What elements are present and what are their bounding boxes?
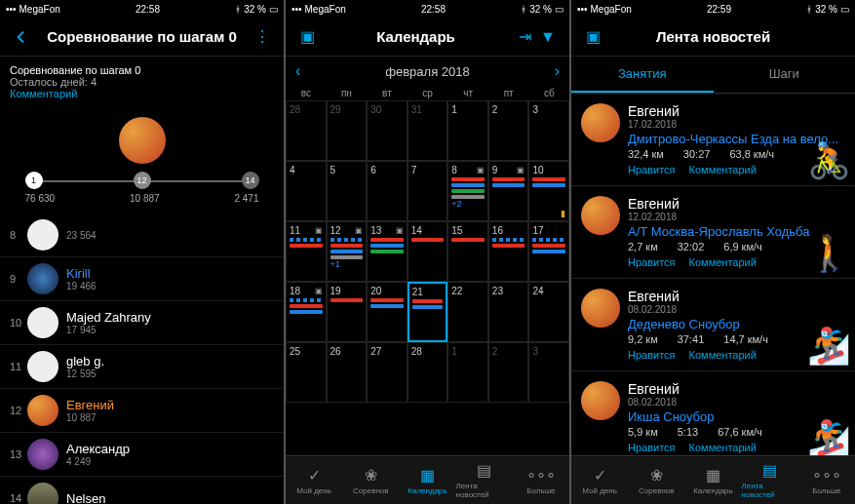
calendar-cell[interactable]: 3 (528, 100, 569, 161)
comment-button[interactable]: Комментарий (689, 256, 757, 268)
calendar-cell[interactable]: 4 (286, 161, 327, 221)
calendar-cell[interactable]: 8▣+2 (447, 161, 488, 221)
tab-label: Лента новостей (742, 482, 798, 499)
comment-link[interactable]: Комментарий (10, 88, 274, 99)
calendar-cell[interactable]: 24 (528, 282, 569, 342)
tab-calendar[interactable]: ▦Календарь (399, 456, 455, 504)
tab-steps[interactable]: Шаги (714, 57, 856, 93)
tab-newsfeed[interactable]: ▤Лента новостей (742, 456, 798, 504)
calendar-cell[interactable]: 15 (447, 221, 488, 282)
calendar-cell[interactable]: 14 (408, 221, 448, 282)
calendar-cell[interactable]: 9▣ (488, 161, 529, 221)
calendar-cell[interactable]: 22 (447, 282, 488, 342)
camera-icon: ▣ (396, 226, 404, 235)
calendar-cell[interactable]: 10▮ (528, 161, 569, 221)
leaderboard-row[interactable]: 14 Nelsen (0, 477, 284, 504)
day-number: 24 (532, 286, 543, 296)
calendar-cell[interactable]: 5 (327, 161, 368, 221)
tab-newsfeed[interactable]: ▤Лента новостей (456, 456, 513, 504)
next-month-icon[interactable]: › (555, 62, 560, 80)
calendar-cell[interactable]: 31 (408, 100, 448, 161)
like-button[interactable]: Нравится (628, 164, 676, 175)
menu-dots-icon[interactable]: ⋮ (251, 25, 274, 49)
inbox-icon[interactable]: ▣ (295, 25, 319, 49)
day-number: 8 (451, 165, 457, 175)
calendar-cell[interactable]: 1 (447, 100, 488, 161)
day-number: 16 (492, 225, 503, 236)
like-button[interactable]: Нравится (628, 256, 676, 268)
leaderboard-row[interactable]: 11 gleb g. 12 595 (0, 345, 284, 389)
comment-button[interactable]: Комментарий (689, 349, 757, 361)
calendar-cell[interactable]: 2 (488, 342, 529, 403)
check-icon: ✓ (308, 466, 321, 485)
calendar-cell[interactable]: 3 (528, 342, 569, 403)
calendar-cell[interactable]: 29 (327, 100, 368, 161)
activity-type-icon: 🚴 (807, 140, 851, 181)
calendar-cell[interactable]: 12▣+1 (327, 221, 368, 282)
tab-myday[interactable]: ✓Мой день (571, 456, 628, 504)
calendar-cell[interactable]: 11▣ (286, 221, 327, 282)
more-indicator: +1 (330, 259, 364, 269)
leaderboard-row[interactable]: 13 Александр 4 249 (0, 433, 284, 477)
day-number: 1 (451, 104, 457, 115)
inbox-icon[interactable]: ▣ (581, 25, 604, 49)
activity-bars (290, 238, 323, 248)
leaderboard-row[interactable]: 9 Kirill 19 466 (0, 257, 284, 301)
calendar-cell[interactable]: 28 (286, 100, 327, 161)
stat-speed: 14,7 км/ч (723, 333, 768, 345)
tab-competitions[interactable]: ❀Соревнов (342, 456, 399, 504)
calendar-cell[interactable]: 28 (408, 342, 448, 403)
filter-icon[interactable]: ▼ (536, 25, 560, 49)
tab-myday[interactable]: ✓Мой день (286, 456, 342, 504)
like-button[interactable]: Нравится (628, 442, 676, 453)
calendar-cell[interactable]: 7 (408, 161, 448, 221)
calendar-cell[interactable]: 27 (367, 342, 408, 403)
tab-more[interactable]: ∘∘∘Больше (513, 456, 569, 504)
import-icon[interactable]: ⇥ (513, 25, 536, 49)
calendar-cell[interactable]: 21 (408, 282, 448, 342)
avatar (119, 117, 166, 164)
rank: 12 (10, 405, 27, 416)
prev-month-icon[interactable]: ‹ (295, 62, 300, 80)
activity-bar (492, 183, 525, 187)
calendar-cell[interactable]: 30 (367, 100, 408, 161)
calendar-cell[interactable]: 26 (327, 342, 368, 403)
calendar-cell[interactable]: 13▣ (367, 221, 408, 282)
feed-item[interactable]: Евгений 08.02.2018 Икша Сноубор 5,9 км 5… (571, 371, 855, 455)
activity-bar (330, 250, 364, 253)
day-number: 10 (532, 165, 543, 175)
user-name: Евгений (628, 196, 845, 212)
calendar-cell[interactable]: 17 (528, 221, 569, 282)
calendar-cell[interactable]: 20 (367, 282, 408, 342)
leaderboard-row[interactable]: 8 23 564 (0, 213, 284, 257)
calendar-cell[interactable]: 2 (488, 100, 529, 161)
tab-activities[interactable]: Занятия (571, 57, 714, 93)
signal-icon: ••• (577, 4, 588, 15)
user-name: Евгений (66, 398, 274, 412)
comment-button[interactable]: Комментарий (689, 164, 757, 175)
calendar-cell[interactable]: 25 (286, 342, 327, 403)
calendar-cell[interactable]: 19 (327, 282, 368, 342)
leaderboard-row[interactable]: 12 Евгений 10 887 (0, 389, 284, 433)
tab-calendar[interactable]: ▦Календарь (684, 456, 741, 504)
like-button[interactable]: Нравится (628, 349, 676, 361)
calendar-cell[interactable]: 18▣ (286, 282, 327, 342)
calendar-cell[interactable]: 23 (488, 282, 529, 342)
feed-item[interactable]: Евгений 17.02.2018 Дмитрово-Черкассы Езд… (571, 94, 855, 186)
calendar-cell[interactable]: 1 (447, 342, 488, 403)
activity-bar (451, 177, 485, 181)
feed-item[interactable]: Евгений 12.02.2018 А/Т Москва-Ярославль … (571, 186, 855, 279)
progress-chart: 1 12 14 76 630 10 887 2 471 (0, 107, 284, 213)
row-text: Nelsen (66, 491, 274, 505)
tab-competitions[interactable]: ❀Соревнов (628, 456, 684, 504)
leaderboard-row[interactable]: 10 Majed Zahrany 17 945 (0, 301, 284, 345)
back-icon[interactable] (10, 25, 33, 49)
laurel-icon: ❀ (650, 466, 663, 485)
calendar-cell[interactable]: 16 (488, 221, 529, 282)
tab-more[interactable]: ∘∘∘Больше (798, 456, 855, 504)
activity-bars (330, 238, 364, 259)
comment-button[interactable]: Комментарий (689, 442, 757, 453)
calendar-cell[interactable]: 6 (367, 161, 408, 221)
avatar (27, 263, 58, 294)
feed-item[interactable]: Евгений 08.02.2018 Деденево Сноубор 9,2 … (571, 279, 855, 371)
